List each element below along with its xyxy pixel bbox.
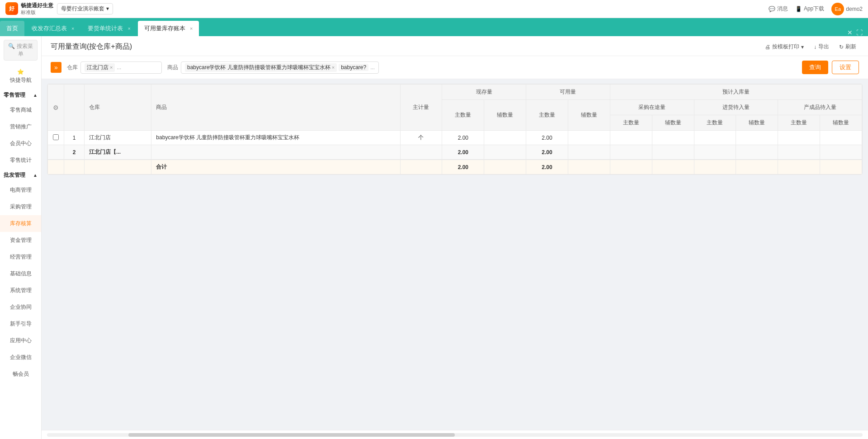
sidebar-item-marketing[interactable]: 营销推广 [0,118,41,135]
warehouse-more[interactable]: ... [117,64,121,71]
cell-stock-main: 2.00 [442,131,484,145]
product-tag-babycare2: babycare? [339,64,368,71]
bottom-scrollbar [42,430,868,439]
tab-available-inventory[interactable]: 可用量库存账本 × [138,21,199,36]
sidebar-item-ecommerce[interactable]: 电商管理 [0,182,41,198]
remove-product-tag[interactable]: × [332,65,335,70]
th-inbound-main: 主数量 [694,115,736,131]
search-menu-button[interactable]: 🔍 搜索菜单 [4,40,38,61]
sidebar-group-wholesale[interactable]: 批发管理 ▲ [0,169,41,182]
sidebar-item-app-center[interactable]: 应用中心 [0,332,41,349]
cell-avail-sub [568,131,610,145]
sidebar-item-enterprise-collab[interactable]: 企业协同 [0,299,41,316]
th-product-sub: 辅数量 [820,115,862,131]
industry-selector[interactable]: 母婴行业演示账套 ▾ [57,3,113,14]
warehouse-tags-input[interactable]: 江北门店 × ... [80,61,162,74]
cell-index-2: 2 [64,145,85,160]
product-tags-input[interactable]: babycare学饮杯 儿童防摔防撞吸管杯重力球吸嘴杯宝宝水杯 × babyca… [181,61,379,74]
th-stock-sub: 辅数量 [484,100,526,131]
close-tab-inventory[interactable]: × [190,26,193,31]
expand-filter-button[interactable]: » [51,62,61,73]
top-bar: 好 畅捷通好生意 标准版 母婴行业演示账套 ▾ 💬 消息 📱 App下载 Ea … [0,0,868,18]
arrow-icon: ▲ [33,93,38,98]
th-avail-main: 主数量 [526,100,568,131]
warehouse-label: 仓库 [67,64,78,71]
footer-stock-main: 2.00 [442,160,484,175]
th-planned-inbound: 预计入库量 [610,85,862,100]
th-warehouse: 仓库 [85,85,151,131]
quick-nav-icon: ⭐ [17,69,24,75]
cell-purchase-main-2 [610,145,652,160]
sidebar-item-enterprise-wechat[interactable]: 企业微信 [0,349,41,366]
th-main-unit: 主计量 [400,85,442,131]
settings-icon[interactable]: ⚙ [53,104,59,111]
cell-checkbox[interactable] [48,131,64,145]
sidebar-item-system-mgmt[interactable]: 系统管理 [0,282,41,299]
sidebar-item-procurement[interactable]: 采购管理 [0,198,41,215]
sidebar-search-area: 🔍 搜索菜单 [0,36,41,64]
product-more[interactable]: ... [370,64,375,71]
th-product-main: 主数量 [778,115,820,131]
avatar-image: Ea [831,3,844,15]
close-tab-order[interactable]: × [127,26,130,31]
message-button[interactable]: 💬 消息 [769,5,788,13]
sidebar-item-member[interactable]: 畅会员 [0,366,41,382]
close-window-icon[interactable]: ✕ [847,29,853,36]
cell-avail-main: 2.00 [526,131,568,145]
top-bar-right: 💬 消息 📱 App下载 Ea demo2 [769,3,863,15]
logo-area: 好 畅捷通好生意 标准版 [5,2,53,16]
chevron-down-icon: ▾ [106,5,109,12]
sidebar-item-retail-mall[interactable]: 零售商城 [0,102,41,118]
th-current-stock: 现存量 [442,85,526,100]
arrow-icon: ▲ [33,173,38,178]
product-filter: 商品 babycare学饮杯 儿童防摔防撞吸管杯重力球吸嘴杯宝宝水杯 × bab… [167,61,379,74]
cell-product-main-2 [778,145,820,160]
cell-checkbox-2[interactable] [48,145,64,160]
sidebar-item-business-mgmt[interactable]: 经营管理 [0,249,41,265]
page-header: 可用量查询(按仓库+商品) 🖨 按模板打印 ▾ ↓ 导出 ↻ 刷新 [42,36,868,56]
cell-purchase-sub [652,131,694,145]
sidebar-item-inventory[interactable]: 库存核算 [0,215,41,232]
sidebar-group-retail[interactable]: 零售管理 ▲ [0,89,41,102]
remove-warehouse-tag[interactable]: × [110,65,113,70]
tab-receivables-summary[interactable]: 收发存汇总表 × [25,21,80,36]
tab-home[interactable]: 首页 [0,21,24,36]
refresh-button[interactable]: ↻ 刷新 [836,42,859,52]
sidebar-item-retail-stats[interactable]: 零售统计 [0,152,41,169]
sidebar-item-basic-info[interactable]: 基础信息 [0,265,41,282]
table-header-row-1: ⚙ 仓库 商品 主计量 现存量 可用量 预计入库量 [48,85,862,100]
export-button[interactable]: ↓ 导出 [811,42,832,52]
close-tab-receivables[interactable]: × [71,26,74,31]
main-layout: 🔍 搜索菜单 ⭐ 快捷导航 零售管理 ▲ 零售商城 营销推广 会员中心 零售统计… [0,36,868,439]
user-avatar[interactable]: Ea demo2 [831,3,863,15]
sidebar-item-membership[interactable]: 会员中心 [0,135,41,152]
cell-purchase-sub-2 [652,145,694,160]
window-controls: ✕ ⛶ [842,29,868,36]
filter-bar: » 仓库 江北门店 × ... 商品 babycare学饮杯 儿童防摔防撞吸管杯… [42,56,868,79]
print-button[interactable]: 🖨 按模板打印 ▾ [762,42,807,52]
logo-text: 畅捷通好生意 标准版 [21,2,53,16]
th-settings[interactable]: ⚙ [48,85,64,131]
query-button[interactable]: 查询 [802,61,828,74]
sidebar-item-quick-nav[interactable]: ⭐ 快捷导航 [0,64,41,89]
refresh-icon: ↻ [839,44,844,50]
setting-button[interactable]: 设置 [832,61,859,74]
tab-order-statistics[interactable]: 要货单统计表 × [81,21,137,36]
sidebar-item-finance[interactable]: 资金管理 [0,232,41,249]
export-icon: ↓ [814,44,816,50]
horizontal-scrollbar[interactable] [47,433,863,437]
sidebar-item-new-guide[interactable]: 新手引导 [0,316,41,332]
footer-label: 合计 [151,160,400,175]
cell-inbound-main-2 [694,145,736,160]
scrollbar-thumb[interactable] [128,433,455,437]
warehouse-filter: 仓库 江北门店 × ... [67,61,162,74]
top-bar-left: 好 畅捷通好生意 标准版 母婴行业演示账套 ▾ [5,2,113,16]
cell-inbound-main [694,131,736,145]
filter-actions: 查询 设置 [802,61,859,74]
app-download-button[interactable]: 📱 App下载 [795,5,824,13]
table-row: 1 江北门店 babycare学饮杯 儿童防摔防撞吸管杯重力球吸嘴杯宝宝水杯 个… [48,131,862,145]
cell-product-sub [820,131,862,145]
row-checkbox[interactable] [53,134,59,140]
page-actions: 🖨 按模板打印 ▾ ↓ 导出 ↻ 刷新 [762,42,859,52]
maximize-window-icon[interactable]: ⛶ [856,29,863,36]
